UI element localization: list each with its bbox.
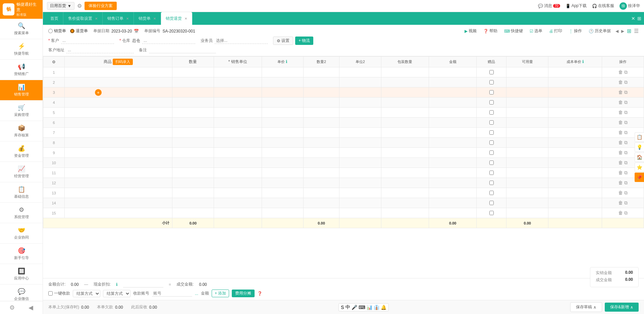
gift-checkbox[interactable]: [489, 70, 494, 74]
cost-cell[interactable]: [548, 87, 602, 98]
pack-cell[interactable]: [381, 208, 429, 218]
price-cell[interactable]: [262, 118, 304, 128]
product-cell[interactable]: +: [65, 87, 172, 98]
unit-cell[interactable]: [214, 168, 262, 178]
gift-cell[interactable]: [477, 138, 506, 148]
cost-cell[interactable]: [548, 188, 602, 198]
copy-row-icon[interactable]: ⧉: [624, 170, 628, 176]
available-cell[interactable]: [506, 138, 548, 148]
tab-close-3[interactable]: ✕: [153, 17, 156, 20]
amount-cell[interactable]: [429, 138, 477, 148]
gift-checkbox[interactable]: [489, 140, 494, 145]
available-cell[interactable]: [506, 148, 548, 158]
delete-row-icon[interactable]: 🗑: [618, 79, 623, 85]
gift-checkbox[interactable]: [489, 181, 494, 185]
available-cell[interactable]: [506, 108, 548, 118]
price-cell[interactable]: [262, 188, 304, 198]
unit2-cell[interactable]: [339, 168, 381, 178]
task-icon-3[interactable]: 🎤: [352, 305, 357, 310]
copy-row-icon[interactable]: ⧉: [624, 120, 628, 125]
amount-cell[interactable]: [429, 178, 477, 188]
qty2-cell[interactable]: [304, 178, 339, 188]
sidebar-item-sales[interactable]: 📊销售管理: [0, 80, 43, 101]
available-cell[interactable]: [506, 98, 548, 108]
qty-cell[interactable]: [172, 188, 214, 198]
add-row-btn[interactable]: +: [95, 89, 102, 96]
delete-row-icon[interactable]: 🗑: [618, 120, 623, 125]
available-cell[interactable]: [506, 77, 548, 87]
cost-cell[interactable]: [548, 118, 602, 128]
calc-select[interactable]: 结算方式: [103, 290, 130, 297]
sidebar-item-enterprise[interactable]: 🤝企业协同: [0, 223, 43, 244]
sidebar-item-apps[interactable]: 🔲应用中心: [0, 264, 43, 285]
tab-0[interactable]: 首页: [46, 12, 63, 25]
gift-checkbox[interactable]: [489, 150, 494, 155]
qty-cell[interactable]: [172, 178, 214, 188]
price-cell[interactable]: [262, 108, 304, 118]
delete-row-icon[interactable]: 🗑: [618, 100, 623, 105]
copy-row-icon[interactable]: ⧉: [624, 180, 628, 186]
bank-input[interactable]: [152, 290, 192, 297]
price-cell[interactable]: [262, 77, 304, 87]
price-cell[interactable]: [262, 128, 304, 138]
radio-sale[interactable]: 销货单: [48, 28, 66, 34]
bank-more-icon[interactable]: ...: [195, 291, 198, 296]
pack-cell[interactable]: [381, 188, 429, 198]
expense-btn[interactable]: 费用分摊: [232, 290, 255, 297]
unit-cell[interactable]: [214, 158, 262, 168]
set-button[interactable]: ⚙ 设置: [273, 37, 293, 45]
gift-cell[interactable]: [477, 67, 506, 77]
cost-cell[interactable]: [548, 98, 602, 108]
app-download[interactable]: 📱 App下载: [566, 3, 587, 9]
pack-cell[interactable]: [381, 178, 429, 188]
unit2-cell[interactable]: [339, 208, 381, 218]
qty2-cell[interactable]: [304, 128, 339, 138]
cost-cell[interactable]: [548, 198, 602, 208]
qty-cell[interactable]: [172, 67, 214, 77]
cost-cell[interactable]: [548, 67, 602, 77]
qty-cell[interactable]: [172, 77, 214, 87]
qty2-cell[interactable]: [304, 168, 339, 178]
one-pay-checkbox[interactable]: 一键收款: [48, 291, 70, 296]
table-gear-icon[interactable]: ⚙: [52, 60, 56, 64]
unit-cell[interactable]: [214, 108, 262, 118]
help-btn[interactable]: ❓ 帮助: [481, 27, 499, 35]
print-btn[interactable]: 🖨 打印: [547, 27, 564, 35]
amount-cell[interactable]: [429, 188, 477, 198]
gift-cell[interactable]: [477, 208, 506, 218]
amount-cell[interactable]: [429, 108, 477, 118]
settings-icon[interactable]: ⚙: [9, 304, 15, 311]
unit2-cell[interactable]: [339, 118, 381, 128]
gift-checkbox[interactable]: [489, 171, 494, 175]
amount-cell[interactable]: [429, 128, 477, 138]
unit-cell[interactable]: [214, 98, 262, 108]
price-cell[interactable]: [262, 87, 304, 98]
message-area[interactable]: 💬 消息 70: [538, 3, 560, 9]
product-cell[interactable]: [65, 178, 172, 188]
unit2-cell[interactable]: [339, 77, 381, 87]
available-cell[interactable]: [506, 168, 548, 178]
qty2-cell[interactable]: [304, 138, 339, 148]
calendar-icon[interactable]: 📅: [134, 29, 139, 34]
unit2-cell[interactable]: [339, 198, 381, 208]
amount-cell[interactable]: [429, 208, 477, 218]
delete-row-icon[interactable]: 🗑: [618, 150, 623, 155]
remark-input[interactable]: [149, 47, 216, 53]
shortcut-btn[interactable]: ⌨ 快捷键: [502, 27, 525, 35]
qty2-cell[interactable]: [304, 67, 339, 77]
warehouse-input[interactable]: [142, 38, 195, 44]
available-cell[interactable]: [506, 178, 548, 188]
unit2-cell[interactable]: [339, 178, 381, 188]
qty2-cell[interactable]: [304, 188, 339, 198]
unit-cell[interactable]: [214, 87, 262, 98]
sidebar-item-basic[interactable]: 📋基础信息: [0, 182, 43, 203]
pack-cell[interactable]: [381, 87, 429, 98]
gift-cell[interactable]: [477, 198, 506, 208]
product-cell[interactable]: [65, 138, 172, 148]
delete-row-icon[interactable]: 🗑: [618, 180, 623, 186]
nav-next-icon[interactable]: ▶: [621, 29, 624, 34]
qty2-cell[interactable]: [304, 87, 339, 98]
gift-cell[interactable]: [477, 148, 506, 158]
gift-cell[interactable]: [477, 168, 506, 178]
pack-cell[interactable]: [381, 128, 429, 138]
